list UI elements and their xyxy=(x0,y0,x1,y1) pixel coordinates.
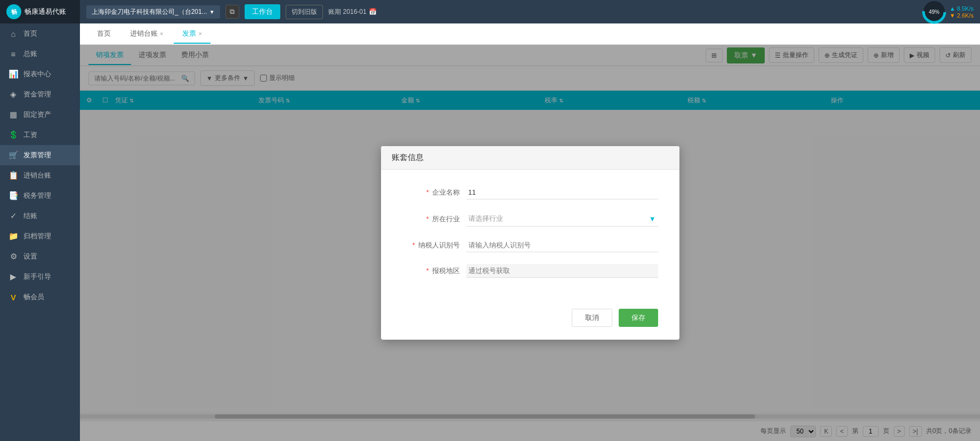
sidebar-item-report[interactable]: 📊 报表中心 xyxy=(0,64,80,84)
speed-percent: 49% xyxy=(929,9,939,15)
sidebar-item-label: 新手引导 xyxy=(23,272,51,282)
sidebar-item-checkout[interactable]: ✓ 结账 xyxy=(0,206,80,226)
sidebar-item-settings[interactable]: ⚙ 设置 xyxy=(0,246,80,267)
required-marker: * xyxy=(412,241,415,249)
home-icon: ⌂ xyxy=(9,29,18,38)
sidebar-item-label: 设置 xyxy=(23,252,37,261)
sidebar-item-label: 进销台账 xyxy=(23,171,51,180)
required-marker: * xyxy=(426,215,429,223)
asset-icon: ▦ xyxy=(9,110,18,119)
sidebar-item-label: 首页 xyxy=(23,29,37,38)
sidebar-item-label: 总账 xyxy=(23,49,37,59)
required-marker: * xyxy=(426,188,429,196)
tab-bar: 首页 进销台账 × 发票 × xyxy=(80,23,980,45)
form-row-tax-id: * 纳税人识别号 xyxy=(402,238,658,252)
company-name-input[interactable] xyxy=(466,186,658,199)
sidebar-item-label: 税务管理 xyxy=(23,191,51,201)
tab-close-invoice[interactable]: × xyxy=(198,30,201,37)
sidebar-item-salary[interactable]: 💲 工资 xyxy=(0,125,80,145)
dialog-title: 账套信息 xyxy=(381,146,679,170)
sidebar: 畅 畅康通易代账 ⌂ 首页 ≡ 总账 📊 报表中心 ◈ 资金管理 ▦ 固定资产 … xyxy=(0,0,80,441)
workbench-button[interactable]: 工作台 xyxy=(245,4,280,19)
sidebar-item-asset[interactable]: ▦ 固定资产 xyxy=(0,105,80,125)
topbar: 上海卯金刀电子科技有限公司_（台201... ▼ ⧉ 工作台 切到旧版 账期 2… xyxy=(80,0,980,23)
member-icon: V xyxy=(9,293,18,302)
content-wrapper: 销项发票 进项发票 费用小票 ⊞ 取票 ▼ ☰ 批量操作 ⊕ xyxy=(80,45,980,441)
speed-stats: ▲ 8.5K/s ▼ 2.6K/s xyxy=(950,5,974,19)
tab-home-label: 首页 xyxy=(97,29,111,38)
tab-close-purchase[interactable]: × xyxy=(160,30,163,37)
period-value: 2016-01 xyxy=(343,8,367,15)
tax-region-label: * 报税地区 xyxy=(402,266,466,276)
old-version-button[interactable]: 切到旧版 xyxy=(286,5,323,19)
guide-icon: ▶ xyxy=(9,272,18,282)
sidebar-item-label: 报表中心 xyxy=(23,69,51,79)
company-selector[interactable]: 上海卯金刀电子科技有限公司_（台201... ▼ xyxy=(86,5,220,19)
sidebar-item-label: 发票管理 xyxy=(23,150,51,160)
period-display: 账期 2016-01 📅 xyxy=(328,7,377,17)
account-info-dialog: 账套信息 * 企业名称 * 所在行业 xyxy=(381,146,679,340)
ledger-icon: ≡ xyxy=(9,50,18,59)
tab-home[interactable]: 首页 xyxy=(88,25,119,44)
copy-button[interactable]: ⧉ xyxy=(225,5,239,19)
sidebar-item-finance[interactable]: ◈ 资金管理 xyxy=(0,84,80,105)
company-dropdown-icon: ▼ xyxy=(209,9,215,15)
form-row-company: * 企业名称 xyxy=(402,186,658,199)
save-button[interactable]: 保存 xyxy=(619,309,658,327)
logo-icon: 畅 xyxy=(6,4,21,19)
sidebar-item-label: 工资 xyxy=(23,130,37,140)
sidebar-item-label: 资金管理 xyxy=(23,90,51,99)
dialog-body: * 企业名称 * 所在行业 请选择行业 ▼ xyxy=(381,170,679,300)
app-name: 畅康通易代账 xyxy=(25,7,66,17)
period-label: 账期 xyxy=(328,7,341,17)
sidebar-item-member[interactable]: V 畅会员 xyxy=(0,287,80,307)
sidebar-item-label: 结账 xyxy=(23,211,37,221)
sidebar-item-invoice[interactable]: 🛒 发票管理 xyxy=(0,145,80,165)
calendar-icon[interactable]: 📅 xyxy=(369,8,377,15)
sidebar-item-label: 畅会员 xyxy=(23,292,44,302)
industry-label: * 所在行业 xyxy=(402,214,466,224)
tax-icon: 📑 xyxy=(9,191,18,201)
app-logo: 畅 畅康通易代账 xyxy=(0,0,80,23)
modal-overlay: 账套信息 * 企业名称 * 所在行业 xyxy=(80,45,980,441)
sidebar-item-label: 固定资产 xyxy=(23,110,51,119)
tab-purchase[interactable]: 进销台账 × xyxy=(122,25,172,44)
topbar-right: 49% ▲ 8.5K/s ▼ 2.6K/s xyxy=(922,0,974,24)
speed-circle: 49% xyxy=(922,0,946,24)
sidebar-item-ledger[interactable]: ≡ 总账 xyxy=(0,44,80,64)
sidebar-item-archive[interactable]: 📁 归档管理 xyxy=(0,226,80,246)
sidebar-item-label: 归档管理 xyxy=(23,231,51,241)
dialog-footer: 取消 保存 xyxy=(381,300,679,340)
tax-id-label: * 纳税人识别号 xyxy=(402,240,466,250)
copy-icon: ⧉ xyxy=(230,7,234,16)
archive-icon: 📁 xyxy=(9,231,18,241)
report-icon: 📊 xyxy=(9,69,18,79)
cancel-button[interactable]: 取消 xyxy=(572,309,612,327)
salary-icon: 💲 xyxy=(9,130,18,140)
speed-upload: ▲ 8.5K/s xyxy=(950,5,974,12)
industry-dropdown-icon: ▼ xyxy=(649,215,656,223)
speed-download: ▼ 2.6K/s xyxy=(950,12,974,19)
purchase-icon: 📋 xyxy=(9,171,18,180)
tab-purchase-label: 进销台账 xyxy=(130,29,158,38)
company-name-label: * 企业名称 xyxy=(402,188,466,197)
form-row-tax-region: * 报税地区 xyxy=(402,264,658,278)
form-row-industry: * 所在行业 请选择行业 ▼ xyxy=(402,211,658,227)
finance-icon: ◈ xyxy=(9,90,18,99)
sidebar-item-home[interactable]: ⌂ 首页 xyxy=(0,23,80,44)
network-indicator: 49% ▲ 8.5K/s ▼ 2.6K/s xyxy=(922,0,974,24)
main-area: 上海卯金刀电子科技有限公司_（台201... ▼ ⧉ 工作台 切到旧版 账期 2… xyxy=(80,0,980,441)
tax-region-input xyxy=(466,264,658,278)
company-name: 上海卯金刀电子科技有限公司_（台201... xyxy=(92,7,207,17)
invoice-icon: 🛒 xyxy=(9,150,18,160)
checkout-icon: ✓ xyxy=(9,211,18,221)
industry-select[interactable]: 请选择行业 ▼ xyxy=(466,211,658,227)
required-marker: * xyxy=(426,267,429,275)
tab-invoice-label: 发票 xyxy=(182,29,196,38)
tab-invoice[interactable]: 发票 × xyxy=(174,25,210,44)
sidebar-item-tax[interactable]: 📑 税务管理 xyxy=(0,186,80,206)
sidebar-item-purchase[interactable]: 📋 进销台账 xyxy=(0,165,80,186)
sidebar-item-guide[interactable]: ▶ 新手引导 xyxy=(0,267,80,287)
tax-id-input[interactable] xyxy=(466,238,658,252)
industry-placeholder: 请选择行业 xyxy=(468,214,503,223)
